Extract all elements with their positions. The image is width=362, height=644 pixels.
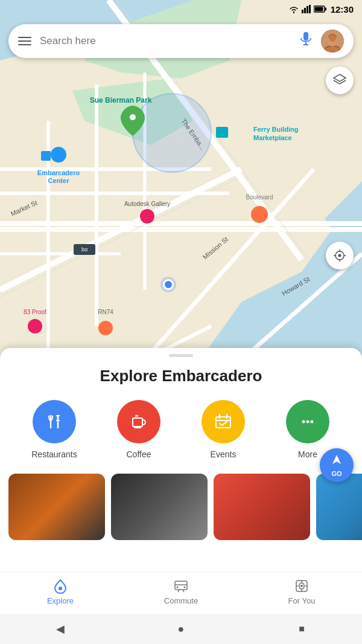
wifi-icon [288, 5, 299, 13]
bottom-nav: Explore Commute For You [0, 572, 362, 614]
go-navigation-button[interactable]: GO [320, 448, 354, 482]
category-row: Restaurants Coffee [0, 400, 362, 459]
coffee-icon [117, 400, 160, 443]
explore-nav-label: Explore [47, 596, 74, 605]
commute-nav-icon [173, 578, 189, 594]
system-nav-bar: ◀ ● ■ [0, 614, 362, 644]
svg-rect-30 [41, 151, 51, 161]
svg-rect-47 [304, 8, 306, 13]
foryou-nav-icon [294, 578, 310, 594]
svg-text:83 Proof: 83 Proof [24, 309, 46, 315]
restaurants-icon [33, 400, 76, 443]
svg-point-79 [59, 587, 62, 590]
my-location-button[interactable] [326, 242, 354, 269]
svg-point-25 [133, 94, 211, 172]
nav-commute[interactable]: Commute [121, 578, 241, 605]
search-input[interactable] [40, 35, 291, 47]
battery-icon [314, 5, 327, 13]
microphone-button[interactable] [299, 32, 313, 50]
nav-foryou[interactable]: For You [242, 578, 361, 605]
svg-text:Ferry Building: Ferry Building [253, 126, 299, 133]
sheet-handle[interactable] [169, 354, 193, 357]
restaurants-label: Restaurants [31, 449, 77, 459]
svg-point-77 [306, 420, 310, 423]
commute-nav-label: Commute [164, 596, 198, 605]
navigation-arrow-icon [330, 454, 343, 470]
svg-point-76 [302, 420, 305, 423]
search-bar-container [8, 24, 354, 58]
svg-rect-80 [175, 581, 187, 590]
explore-title: Explore Embarcadero [0, 367, 362, 385]
svg-rect-51 [325, 8, 326, 11]
recents-button[interactable]: ■ [292, 619, 311, 639]
svg-rect-72 [133, 418, 142, 427]
svg-point-33 [140, 209, 154, 224]
svg-point-42 [130, 114, 136, 120]
current-location-dot [163, 279, 174, 290]
user-avatar[interactable] [321, 30, 344, 53]
svg-point-87 [300, 585, 303, 587]
status-icons [288, 5, 327, 13]
svg-rect-49 [309, 5, 311, 13]
place-card-3[interactable] [214, 474, 310, 540]
thumbnail-row [0, 474, 362, 540]
svg-text:Boulevard: Boulevard [246, 194, 273, 201]
svg-text:RN74: RN74 [98, 309, 113, 315]
coffee-label: Coffee [127, 449, 151, 459]
search-bar[interactable] [8, 24, 354, 58]
svg-point-45 [51, 147, 66, 163]
svg-point-37 [98, 321, 113, 335]
svg-point-39 [28, 319, 42, 333]
svg-text:Sue Bierman Park: Sue Bierman Park [90, 96, 152, 105]
svg-text:Marketplace: Marketplace [253, 134, 292, 141]
signal-icon [302, 5, 311, 13]
svg-rect-48 [306, 6, 308, 13]
status-time: 12:30 [331, 4, 354, 14]
svg-text:Center: Center [48, 177, 70, 184]
category-coffee[interactable]: Coffee [109, 400, 169, 459]
place-card-2[interactable] [111, 474, 208, 540]
svg-rect-46 [302, 10, 303, 13]
more-label: More [298, 449, 317, 459]
svg-rect-52 [314, 7, 323, 11]
svg-text:Embarcadero: Embarcadero [37, 169, 80, 176]
explore-nav-icon [52, 578, 68, 594]
bottom-sheet: Explore Embarcadero Restaurants [0, 348, 362, 602]
map-container[interactable]: Market St The Emba... Mission St Howard … [0, 0, 362, 387]
svg-text:bα: bα [81, 246, 87, 253]
svg-point-62 [338, 254, 341, 257]
more-icon [286, 400, 329, 443]
svg-point-59 [329, 34, 336, 42]
svg-marker-60 [334, 74, 346, 82]
category-events[interactable]: Events [193, 400, 253, 459]
home-button[interactable]: ● [171, 619, 191, 639]
events-label: Events [211, 449, 237, 459]
svg-rect-74 [216, 417, 230, 428]
back-button[interactable]: ◀ [51, 619, 70, 639]
layers-icon [332, 73, 347, 88]
events-icon [202, 400, 245, 443]
status-bar: 12:30 [0, 0, 362, 18]
my-location-icon [333, 249, 346, 262]
place-card-4[interactable] [316, 474, 362, 540]
category-restaurants[interactable]: Restaurants [24, 400, 84, 459]
svg-point-35 [251, 206, 268, 223]
svg-point-84 [177, 587, 179, 588]
go-label: GO [331, 470, 341, 477]
svg-point-85 [184, 587, 186, 588]
svg-rect-53 [303, 32, 308, 40]
svg-point-78 [311, 420, 314, 423]
foryou-nav-label: For You [288, 596, 316, 605]
map-layers-button[interactable] [326, 66, 354, 94]
svg-rect-27 [216, 127, 228, 138]
menu-button[interactable] [18, 37, 31, 45]
svg-text:Autodesk Gallery: Autodesk Gallery [124, 201, 170, 207]
nav-explore[interactable]: Explore [1, 578, 120, 605]
place-card-1[interactable] [8, 474, 105, 540]
